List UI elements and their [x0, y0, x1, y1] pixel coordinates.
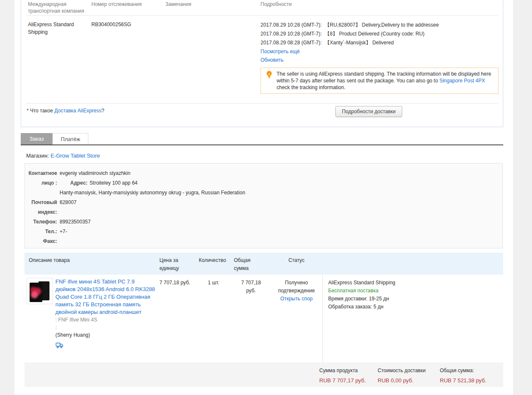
- address-label: Адрес:: [70, 180, 88, 186]
- lightbulb-icon: [266, 71, 272, 80]
- tab-order[interactable]: Заказ: [21, 133, 52, 144]
- contact-label: Почтовый: [25, 198, 57, 207]
- tracking-event: 2017.08.29 08:28 (GMT-7):【Xanty`-Mansijs…: [261, 38, 499, 47]
- column-header-unit-price: Цена за единицу: [156, 256, 196, 275]
- unit-price: 7 707,18 руб.: [156, 275, 196, 362]
- total-price-currency: руб.: [231, 287, 271, 295]
- shipping-method: AliExpress Standard Shipping: [328, 279, 503, 287]
- product-title-link[interactable]: FNF ifive мини 4S Tablet PC 7.9 дюймов 2…: [55, 278, 156, 316]
- total-value: RUB 0,00 руб.: [378, 377, 440, 384]
- order-status-cell: Получено подтверждение Открыть спор: [271, 275, 322, 362]
- tracking-panel: Международная транспортная компания Номе…: [21, 0, 503, 127]
- order-tabs: Заказ Платёж: [21, 133, 503, 145]
- total-label: Стоимость доставки: [378, 368, 440, 373]
- contact-tel-value: +7-: [60, 227, 494, 237]
- total-label: Общая сумма:: [440, 368, 503, 373]
- contact-info-panel: Контактное evgeniy vladimirovich styazhk…: [25, 163, 503, 248]
- contact-label: Телефон:: [25, 217, 57, 227]
- event-time: 2017.08.29 10:28 (GMT-7):: [261, 31, 322, 37]
- shipping-footer-row: * Что такое Доставка AliExpress? Подробн…: [27, 104, 499, 127]
- tracking-data-row: AliExpress Standard Shipping RB304000256…: [27, 16, 499, 94]
- tracking-header-remarks: Замечания: [164, 1, 261, 14]
- main-content: Международная транспортная компания Номе…: [14, 0, 513, 395]
- what-is-shipping-note: * Что такое Доставка AliExpress?: [27, 108, 104, 114]
- total-item-grand: Общая сумма: RUB 7 521,38 руб.: [440, 368, 503, 387]
- contact-label: [25, 188, 57, 198]
- address-text: Stroiteley 100 app 64: [90, 180, 137, 186]
- what-is-suffix: ?: [101, 108, 104, 114]
- product-description-cell: FNF ifive мини 4S Tablet PC 7.9 дюймов 2…: [25, 275, 156, 362]
- tracking-remarks: [164, 21, 261, 94]
- contact-grid: Контактное evgeniy vladimirovich styazhk…: [25, 169, 494, 246]
- total-value: RUB 7 707,17 руб.: [319, 377, 378, 384]
- tablet-front-graphic: [30, 283, 42, 302]
- store-line: Магазин: E-Grow Tablet Store: [26, 153, 513, 159]
- event-time: 2017.08.29 08:28 (GMT-7):: [261, 40, 322, 46]
- store-label: Магазин:: [26, 153, 49, 159]
- open-dispute-link[interactable]: Открыть спор: [271, 295, 322, 303]
- total-value: RUB 7 521,38 руб.: [440, 377, 503, 384]
- contact-label: Факс:: [25, 237, 57, 246]
- store-link[interactable]: E-Grow Tablet Store: [50, 153, 100, 159]
- total-price: 7 707,18 руб.: [231, 275, 271, 362]
- contact-empty-value: [60, 207, 494, 217]
- column-header-quantity: Количество: [196, 256, 231, 275]
- product-info: FNF ifive мини 4S Tablet PC 7.9 дюймов 2…: [55, 275, 156, 362]
- column-header-total: Общая сумма: [231, 256, 271, 275]
- tab-payment[interactable]: Платёж: [52, 133, 88, 144]
- total-label: Сумма продукта: [319, 368, 378, 373]
- tracking-number: RB304000256SG: [90, 21, 164, 94]
- column-header-description: Описание товара: [25, 256, 156, 275]
- contact-name-value: evgeniy vladimirovich styazhkin: [60, 169, 494, 178]
- product-seller: (Sherry Huang): [55, 331, 156, 339]
- tracking-header-carrier: Международная транспортная компания: [27, 1, 90, 14]
- contact-label: Контактное: [25, 169, 57, 178]
- contact-fax-value: [60, 237, 494, 246]
- shipping-details-button[interactable]: Подробности доставки: [335, 106, 402, 117]
- contact-zip-value: 628007: [60, 198, 494, 207]
- notice-text-after: check the tracking information.: [277, 84, 346, 90]
- event-description: 【Xanty`-Mansijsk】 Delivered: [325, 40, 394, 46]
- contact-phone-value: 89923500357: [60, 217, 494, 227]
- column-header-shipping: [322, 256, 503, 275]
- contact-city-value: Hanty-mansiysk, Hanty-mansiyskiy avtonom…: [60, 188, 494, 198]
- total-item-shipping: Стоимость доставки RUB 0,00 руб.: [378, 368, 440, 387]
- event-description: 【RU,628007】 Delivery,Delivery to the add…: [325, 22, 439, 28]
- order-status: Получено: [271, 279, 322, 287]
- product-variant: : FNF Ifive Mini 4S: [55, 316, 156, 324]
- product-image[interactable]: [27, 278, 53, 304]
- shipping-truck-icon[interactable]: [55, 342, 63, 350]
- order-status: подтверждение: [271, 287, 322, 295]
- shipping-info-cell: AliExpress Standard Shipping Бесплатная …: [322, 275, 503, 362]
- total-price-amount: 7 707,18: [231, 279, 271, 287]
- see-more-link[interactable]: Посмотреть ещё: [261, 47, 499, 56]
- what-is-prefix: * Что такое: [27, 108, 54, 114]
- free-shipping-label: Бесплатная поставка: [328, 287, 503, 295]
- tracking-event: 2017.08.29 10:28 (GMT-7):【RU,628007】 Del…: [261, 21, 499, 30]
- delivery-time: Время доставки: 19-25 дн: [328, 295, 503, 303]
- quantity: 1 шт.: [196, 275, 231, 362]
- carrier-name: AliExpress Standard Shipping: [27, 21, 90, 94]
- tracking-header-row: Международная транспортная компания Номе…: [27, 0, 499, 16]
- product-row: FNF ifive мини 4S Tablet PC 7.9 дюймов 2…: [25, 275, 503, 362]
- tracking-details-cell: 2017.08.29 10:28 (GMT-7):【RU,628007】 Del…: [261, 21, 499, 94]
- shipping-notice: The seller is using AliExpress standard …: [261, 68, 499, 94]
- product-variant: :: [55, 324, 156, 331]
- tracking-header-details: Подробности: [261, 1, 499, 14]
- what-is-shipping-link[interactable]: Доставка AliExpress: [54, 108, 101, 114]
- contact-label: Тел.:: [25, 227, 57, 237]
- event-description: 【8】 Product Delivered (Country code: RU): [325, 31, 425, 37]
- contact-label: индекс:: [25, 207, 57, 217]
- tracking-header-number: Номер отслеживания: [90, 1, 164, 14]
- singapore-post-link[interactable]: Singapore Post 4PX: [439, 78, 485, 84]
- column-header-status: Статус: [271, 256, 322, 275]
- refresh-link[interactable]: Обновить: [261, 56, 499, 64]
- event-time: 2017.08.29 10:28 (GMT-7):: [261, 22, 322, 28]
- order-table-header: Описание товара Цена за единицу Количест…: [25, 253, 503, 275]
- totals-bar: Сумма продукта RUB 7 707,17 руб. Стоимос…: [25, 362, 503, 387]
- total-item-product: Сумма продукта RUB 7 707,17 руб.: [319, 368, 378, 387]
- contact-address-value: Адрес:Stroiteley 100 app 64: [60, 178, 494, 188]
- tracking-event: 2017.08.29 10:28 (GMT-7):【8】 Product Del…: [261, 30, 499, 38]
- contact-label: лицо :: [25, 178, 57, 188]
- processing-time: Обработка заказа: 5 дн: [328, 303, 503, 311]
